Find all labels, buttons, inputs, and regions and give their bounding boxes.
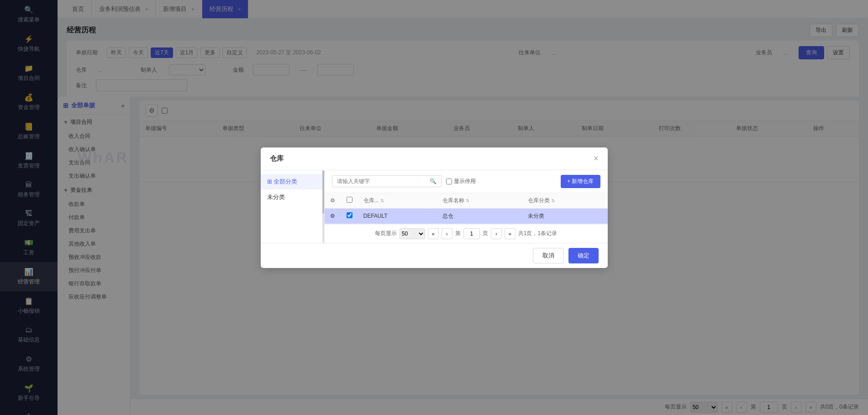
modal-right-panel: 🔍 显示停用 + 新增仓库 ⚙ xyxy=(325,170,608,243)
col-name-sort-icon[interactable]: ⇅ xyxy=(466,198,469,203)
modal-prev-page-button[interactable]: ‹ xyxy=(442,228,452,239)
modal-search-input[interactable] xyxy=(337,178,427,184)
show-disabled-label[interactable]: 显示停用 xyxy=(446,178,476,185)
modal-table-header: ⚙ 仓库... ⇅ 仓库名称 xyxy=(325,193,608,209)
col-code-label: 仓库... xyxy=(363,197,379,204)
col-code-header: 仓库... ⇅ xyxy=(358,193,437,209)
modal-toolbar: 🔍 显示停用 + 新增仓库 xyxy=(325,170,608,193)
settings-icon[interactable]: ⚙ xyxy=(330,197,335,204)
col-category-header: 仓库分类 ⇅ xyxy=(522,193,608,209)
col-settings-header: ⚙ xyxy=(325,193,341,209)
modal-footer: 取消 确定 xyxy=(261,243,608,268)
row-category: 未分类 xyxy=(522,208,608,224)
modal-next-page-button[interactable]: › xyxy=(491,228,502,239)
modal-ok-button[interactable]: 确定 xyxy=(568,248,599,263)
modal-last-page-button[interactable]: » xyxy=(505,228,516,239)
col-name-label: 仓库名称 xyxy=(442,197,464,204)
modal-table-wrap: ⚙ 仓库... ⇅ 仓库名称 xyxy=(325,193,608,224)
modal-page-input[interactable] xyxy=(463,228,480,239)
modal-search-field[interactable]: 🔍 xyxy=(332,175,442,187)
row-settings[interactable]: ⚙ xyxy=(325,208,341,224)
col-code-sort-icon[interactable]: ⇅ xyxy=(380,198,384,203)
row-select-checkbox[interactable] xyxy=(347,212,352,218)
modal-category-list: ⊞ 全部分类未分类 xyxy=(261,170,325,243)
show-disabled-text: 显示停用 xyxy=(454,178,476,185)
row-code: DEFAULT xyxy=(358,208,437,224)
modal-select-all-checkbox[interactable] xyxy=(347,197,352,203)
modal-page-suffix: 页 xyxy=(483,230,488,237)
row-checkbox[interactable] xyxy=(341,208,358,224)
col-category-label: 仓库分类 xyxy=(528,197,550,204)
all-icon: ⊞ xyxy=(267,178,272,185)
col-checkbox-header xyxy=(341,193,358,209)
modal-table-row[interactable]: ⚙ DEFAULT 总仓 未分类 xyxy=(325,208,608,224)
modal-warehouse-table: ⚙ 仓库... ⇅ 仓库名称 xyxy=(325,193,608,224)
modal-pagination: 每页显示 50 « ‹ 第 页 › » 共1页，1条记录 xyxy=(325,224,608,243)
modal-page-prefix: 第 xyxy=(455,230,461,237)
modal-per-page-select[interactable]: 50 xyxy=(400,228,425,239)
modal-first-page-button[interactable]: « xyxy=(428,228,439,239)
modal-title: 仓库 xyxy=(270,154,284,163)
modal-category-all[interactable]: ⊞ 全部分类 xyxy=(261,174,324,189)
modal-category-unclassified[interactable]: 未分类 xyxy=(261,189,324,205)
modal-overlay: 仓库 × ⊞ 全部分类未分类 🔍 xyxy=(0,0,868,415)
add-warehouse-button[interactable]: + 新增仓库 xyxy=(561,175,600,188)
modal-total-text: 共1页，1条记录 xyxy=(518,230,557,237)
modal-header: 仓库 × xyxy=(261,147,608,170)
modal-close-button[interactable]: × xyxy=(594,154,599,163)
warehouse-modal: 仓库 × ⊞ 全部分类未分类 🔍 xyxy=(261,147,608,268)
modal-cancel-button[interactable]: 取消 xyxy=(533,248,564,263)
modal-body: ⊞ 全部分类未分类 🔍 显示停用 + 新增仓库 xyxy=(261,170,608,243)
col-category-sort-icon[interactable]: ⇅ xyxy=(551,198,555,203)
modal-scrollbar-thumb xyxy=(322,170,324,214)
show-disabled-checkbox[interactable] xyxy=(446,179,452,184)
modal-search-icon: 🔍 xyxy=(430,178,437,184)
row-name: 总仓 xyxy=(437,208,522,224)
col-name-header: 仓库名称 ⇅ xyxy=(437,193,522,209)
modal-per-page-label: 每页显示 xyxy=(375,230,397,237)
